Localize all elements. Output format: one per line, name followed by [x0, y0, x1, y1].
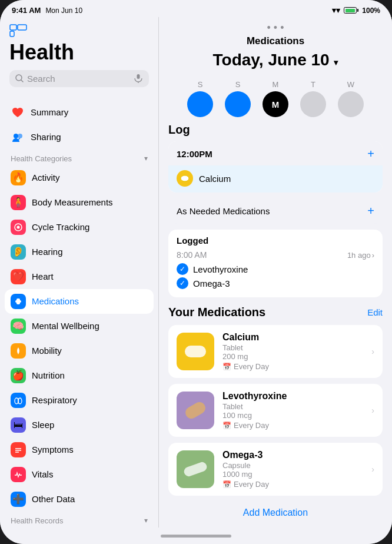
- cycle-icon: [11, 220, 26, 235]
- sidebar-item-symptoms[interactable]: Symptoms: [0, 437, 158, 462]
- log-med-name: Calcium: [199, 174, 231, 184]
- day-letter-s1: S: [198, 80, 203, 89]
- svg-rect-1: [18, 25, 26, 30]
- sidebar-item-medications[interactable]: Medications: [5, 289, 154, 314]
- med-card-calcium[interactable]: Calcium Tablet 200 mg 📅 Every Day ›: [168, 325, 383, 378]
- sidebar-item-heart[interactable]: ❤️ Heart: [0, 264, 158, 289]
- sidebar-item-mental-wellbeing[interactable]: 🧠 Mental Wellbeing: [0, 314, 158, 339]
- day-col-s2[interactable]: S: [225, 80, 251, 117]
- calcium-name: Calcium: [222, 332, 363, 343]
- omega3-thumb: [177, 450, 214, 488]
- sidebar-item-respiratory[interactable]: Respiratory: [0, 388, 158, 413]
- sidebar-nav: Summary Sharing: [0, 100, 158, 150]
- calcium-info: Calcium Tablet 200 mg 📅 Every Day: [222, 332, 363, 371]
- svg-point-19: [181, 175, 189, 181]
- day-circle-w: [338, 91, 364, 117]
- edit-button[interactable]: Edit: [367, 307, 383, 317]
- mic-icon: [134, 74, 143, 83]
- sidebar-item-activity[interactable]: 🔥 Activity: [0, 165, 158, 190]
- day-col-s1[interactable]: S: [187, 80, 213, 117]
- calendar-icon-2: 📅: [222, 422, 231, 430]
- health-categories-chevron[interactable]: ▾: [144, 154, 148, 162]
- sidebar-item-cycle-tracking[interactable]: Cycle Tracking: [0, 215, 158, 240]
- sidebar-item-summary[interactable]: Summary: [5, 100, 154, 125]
- respiratory-icon: [11, 393, 26, 408]
- sharing-label: Sharing: [31, 132, 61, 142]
- health-records-chevron[interactable]: ▾: [144, 516, 148, 525]
- medications-icon: [11, 294, 26, 309]
- sidebar-item-hearing[interactable]: 👂 Hearing: [0, 240, 158, 264]
- med-card-levothyroxine[interactable]: Levothyroxine Tablet 100 mcg 📅 Every Day…: [168, 384, 383, 437]
- mental-label: Mental Wellbeing: [32, 321, 99, 331]
- log-time: 12:00PM: [177, 149, 212, 159]
- calcium-form: Tablet 200 mg: [222, 343, 363, 361]
- battery-pct: 100%: [362, 6, 380, 15]
- other-data-icon: ➕: [11, 492, 26, 507]
- date-text: Today, June 10: [213, 51, 330, 69]
- sidebar-item-sleep[interactable]: 🛏 Sleep: [0, 413, 158, 437]
- svg-point-8: [18, 134, 22, 138]
- svg-rect-5: [137, 74, 140, 79]
- levothyroxine-schedule: 📅 Every Day: [222, 421, 363, 430]
- status-date: Mon Jun 10: [45, 6, 82, 15]
- sidebar-item-other-data[interactable]: ➕ Other Data: [0, 487, 158, 512]
- search-input[interactable]: [27, 74, 130, 84]
- body-label: Body Measurements: [32, 197, 113, 207]
- sleep-icon: 🛏: [11, 417, 26, 433]
- as-needed-row[interactable]: As Needed Medications +: [168, 198, 383, 224]
- omega3-chevron: ›: [371, 465, 374, 474]
- sidebar-item-nutrition[interactable]: 🍎 Nutrition: [0, 363, 158, 388]
- day-col-w[interactable]: W: [338, 80, 364, 117]
- log-title: Log: [168, 123, 383, 137]
- more-dots[interactable]: • • •: [168, 22, 383, 34]
- sidebar-item-sharing[interactable]: Sharing: [5, 125, 154, 150]
- sidebar-item-mobility[interactable]: Mobility: [0, 339, 158, 363]
- check-icon-2: ✓: [177, 277, 188, 289]
- log-card-noon: 12:00PM + Calcium: [168, 141, 383, 193]
- vitals-icon: [11, 467, 26, 482]
- home-bar: [161, 535, 231, 538]
- day-letter-s2: S: [235, 80, 241, 89]
- levothyroxine-name: Levothyroxine: [222, 391, 363, 402]
- omega3-name: Omega-3: [222, 450, 363, 460]
- add-medication-button[interactable]: Add Medication: [168, 502, 383, 524]
- calendar-icon-3: 📅: [222, 480, 231, 489]
- nutrition-label: Nutrition: [32, 370, 65, 380]
- search-bar[interactable]: [9, 70, 149, 87]
- as-needed-plus[interactable]: +: [367, 204, 374, 218]
- log-time-row: 12:00PM +: [168, 141, 383, 165]
- heart-icon: [11, 105, 25, 120]
- log-plus-btn[interactable]: +: [367, 147, 374, 161]
- day-letter-w: W: [347, 80, 354, 89]
- status-bar: 9:41 AM Mon Jun 10 ▾▾ 100%: [0, 0, 392, 17]
- levothyroxine-chevron: ›: [371, 406, 374, 415]
- log-med-row[interactable]: Calcium: [168, 165, 383, 193]
- logged-med-omega3: ✓ Omega-3: [177, 277, 374, 289]
- day-letter-m: M: [273, 80, 279, 89]
- day-col-m[interactable]: M M: [263, 80, 288, 117]
- sidebar-title: Health: [9, 41, 149, 64]
- calcium-log-icon: [177, 170, 193, 187]
- body-icon: 🧍: [11, 195, 26, 210]
- sidebar-item-body-measurements[interactable]: 🧍 Body Measurements: [0, 190, 158, 215]
- day-col-t[interactable]: T: [300, 80, 326, 117]
- health-categories-header: Health Categories ▾: [0, 150, 158, 165]
- levothyroxine-form: Tablet 100 mcg: [222, 402, 363, 420]
- your-medications-section: Your Medications Edit Calcium Tablet 200…: [159, 306, 392, 528]
- logged-time-row[interactable]: 8:00 AM 1h ago ›: [177, 250, 374, 260]
- hearing-label: Hearing: [32, 247, 63, 257]
- sleep-label: Sleep: [32, 420, 54, 430]
- svg-point-7: [14, 134, 18, 138]
- health-categories-label: Health Categories: [11, 154, 72, 163]
- logged-time: 8:00 AM: [177, 250, 207, 260]
- vitals-label: Vitals: [32, 469, 53, 479]
- battery-icon: [344, 7, 358, 14]
- logged-chevron: ›: [372, 251, 374, 260]
- your-meds-title: Your Medications: [168, 306, 265, 319]
- date-caret[interactable]: ▾: [334, 58, 338, 67]
- symptoms-icon: [11, 442, 26, 457]
- calendar-icon-1: 📅: [222, 363, 231, 371]
- med-card-omega3[interactable]: Omega-3 Capsule 1000 mg 📅 Every Day ›: [168, 443, 383, 496]
- sidebar-item-vitals[interactable]: Vitals: [0, 462, 158, 487]
- sidebar-top: Health: [0, 17, 158, 100]
